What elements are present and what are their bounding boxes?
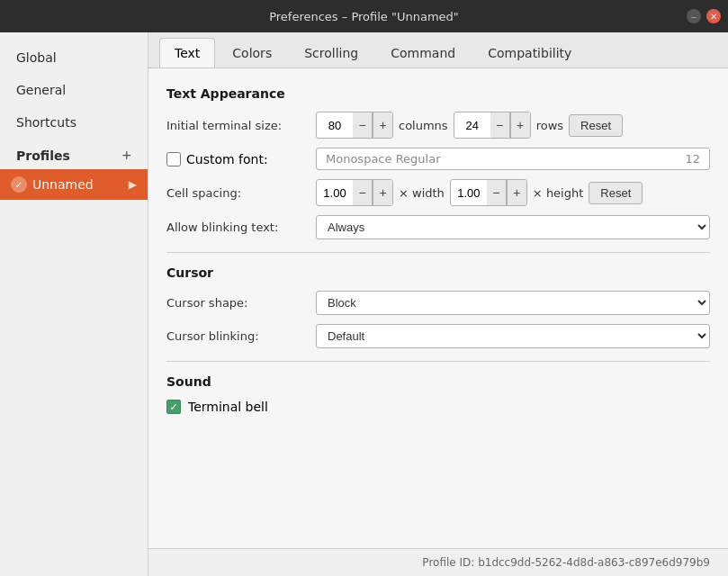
cell-width-increment-button[interactable]: + [373,180,392,205]
minimize-button[interactable]: – [687,9,701,23]
rows-input-group: − + [454,112,531,139]
rows-decrement-button[interactable]: − [490,112,510,138]
rows-input[interactable] [454,115,490,136]
sidebar-profile-unnamed[interactable]: ✓ Unnamed ▶ [0,169,148,200]
font-name: Monospace Regular [326,152,441,166]
sidebar-item-global[interactable]: Global [0,41,148,74]
cell-spacing-row: Cell spacing: − + × width − + × height R… [166,179,710,206]
rows-label: rows [536,119,563,132]
rows-increment-button[interactable]: + [510,112,530,138]
columns-decrement-button[interactable]: − [353,112,373,138]
cursor-blinking-row: Cursor blinking: Default On Off [166,324,710,348]
app-body: Global General Shortcuts Profiles + ✓ Un… [0,32,728,576]
x-width-label: × width [399,186,445,200]
cell-width-input[interactable] [317,183,353,203]
title-bar: Preferences – Profile "Unnamed" – ✕ [0,0,728,32]
x-height-label: × height [533,186,583,200]
text-appearance-title: Text Appearance [166,86,710,101]
tab-scrolling[interactable]: Scrolling [289,38,373,68]
sidebar-item-shortcuts[interactable]: Shortcuts [0,106,148,139]
tabs-bar: Text Colors Scrolling Command Compatibil… [148,32,728,68]
custom-font-check-group: Custom font: [166,152,310,166]
tab-text[interactable]: Text [159,38,215,68]
font-size: 12 [685,152,700,166]
cell-height-input-group: − + [450,179,527,206]
tab-command[interactable]: Command [375,38,471,68]
columns-label: columns [399,119,448,132]
cursor-shape-label: Cursor shape: [166,296,310,310]
cursor-shape-row: Cursor shape: Block I-Beam Underline [166,291,710,315]
sidebar: Global General Shortcuts Profiles + ✓ Un… [0,32,148,576]
cursor-title: Cursor [166,266,710,280]
allow-blinking-select[interactable]: Always Never Follow system settings [316,215,710,239]
close-button[interactable]: ✕ [706,9,721,23]
profile-id-label: Profile ID: [422,556,474,569]
content-area: Text Appearance Initial terminal size: −… [148,68,728,548]
sidebar-item-general[interactable]: General [0,74,148,106]
main-content: Text Colors Scrolling Command Compatibil… [148,32,728,576]
separator-1 [166,252,710,253]
separator-2 [166,361,710,362]
tab-compatibility[interactable]: Compatibility [472,38,587,68]
font-display[interactable]: Monospace Regular 12 [316,148,710,170]
columns-input-group: − + [316,112,393,139]
sidebar-profiles-header: Profiles + [0,139,148,167]
initial-terminal-size-row: Initial terminal size: − + columns − + r… [166,112,710,139]
custom-font-label: Custom font: [186,152,268,166]
custom-font-row: Custom font: Monospace Regular 12 [166,148,710,170]
window-title: Preferences – Profile "Unnamed" [269,10,459,23]
cell-height-input[interactable] [451,183,487,203]
initial-size-label: Initial terminal size: [166,119,310,132]
terminal-size-reset-button[interactable]: Reset [569,114,623,137]
profile-arrow-icon: ▶ [129,178,137,191]
allow-blinking-row: Allow blinking text: Always Never Follow… [166,215,710,239]
profile-id-value: b1dcc9dd-5262-4d8d-a863-c897e6d979b9 [478,556,710,569]
sound-title: Sound [166,374,710,389]
cell-spacing-reset-button[interactable]: Reset [589,182,643,204]
columns-input[interactable] [317,115,353,136]
cell-spacing-label: Cell spacing: [166,186,310,200]
cell-width-decrement-button[interactable]: − [353,180,373,205]
cursor-blinking-label: Cursor blinking: [166,329,310,343]
allow-blinking-label: Allow blinking text: [166,220,310,234]
terminal-bell-checkbox-icon: ✓ [166,400,181,414]
cursor-shape-select[interactable]: Block I-Beam Underline [316,291,710,315]
cell-height-increment-button[interactable]: + [507,180,526,205]
custom-font-checkbox[interactable] [166,152,181,166]
profile-name: Unnamed [32,177,94,192]
footer-bar: Profile ID: b1dcc9dd-5262-4d8d-a863-c897… [148,548,728,576]
terminal-bell-row: ✓ Terminal bell [166,400,710,414]
cursor-blinking-select[interactable]: Default On Off [316,324,710,348]
add-profile-button[interactable]: + [121,148,131,164]
tab-colors[interactable]: Colors [217,38,287,68]
columns-increment-button[interactable]: + [373,112,392,138]
cell-height-decrement-button[interactable]: − [487,180,507,205]
terminal-bell-label: Terminal bell [188,400,268,414]
profile-check-icon: ✓ [11,176,27,193]
cell-width-input-group: − + [316,179,393,206]
window-controls: – ✕ [687,9,721,23]
profile-name-row: ✓ Unnamed [11,176,94,193]
